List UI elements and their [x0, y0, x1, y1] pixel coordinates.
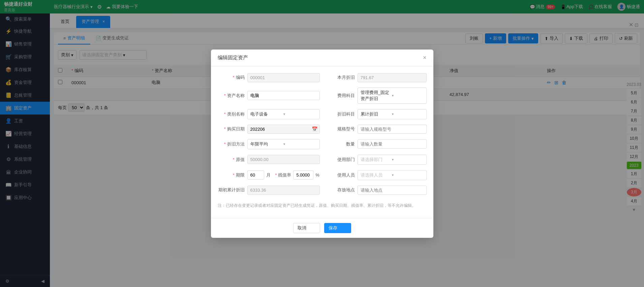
dep-method-select[interactable]: 年限平均 ▾ — [247, 139, 320, 149]
quantity-label: 数量 — [328, 141, 355, 147]
cancel-btn[interactable]: 取消 — [293, 223, 320, 233]
purchase-date-row: 购买日期 📅 — [218, 125, 320, 134]
modal-overlay: 编辑固定资产 × 编码 本月折旧 资产名称 — [0, 0, 644, 287]
initial-accumulated-row: 期初累计折旧 — [218, 186, 320, 195]
monthly-dep-input — [358, 73, 427, 82]
department-label: 使用部门 — [328, 157, 355, 163]
quantity-row: 数量 — [328, 139, 427, 149]
quantity-input[interactable] — [358, 139, 427, 149]
department-select[interactable]: 请选择部门 ▾ — [358, 155, 427, 165]
person-label: 使用人员 — [328, 172, 355, 178]
spec-label: 规格型号 — [328, 126, 355, 132]
expense-subject-label: 费用科目 — [328, 93, 355, 99]
category-select[interactable]: 电子设备 ▾ — [247, 109, 320, 119]
dep-method-chevron: ▾ — [283, 142, 317, 146]
monthly-depreciation-row: 本月折旧 — [328, 73, 427, 82]
department-chevron: ▾ — [392, 158, 424, 161]
initial-accumulated-label: 期初累计折旧 — [218, 187, 245, 193]
purchase-date-input[interactable] — [248, 125, 310, 133]
code-input[interactable] — [247, 73, 320, 82]
category-label: 类别名称 — [218, 111, 245, 117]
dep-subject-label: 折旧科目 — [328, 111, 355, 117]
person-row: 使用人员 请选择人员 ▾ — [328, 170, 427, 180]
save-btn[interactable]: 保存 — [324, 223, 351, 233]
category-name-row: 类别名称 电子设备 ▾ — [218, 109, 320, 119]
expense-subject-chevron: ▾ — [392, 94, 424, 97]
original-value-label: 原值 — [218, 157, 245, 163]
period-unit: 月 — [266, 172, 271, 178]
dep-method-row: 折旧方法 年限平均 ▾ — [218, 139, 320, 149]
edit-asset-modal: 编辑固定资产 × 编码 本月折旧 资产名称 — [211, 50, 433, 238]
location-row: 存放地点 — [328, 186, 427, 195]
modal-close-btn[interactable]: × — [423, 54, 427, 61]
location-label: 存放地点 — [328, 187, 355, 193]
asset-name-row: 资产名称 — [218, 88, 320, 104]
period-input[interactable] — [247, 170, 264, 180]
code-label: 编码 — [218, 74, 245, 81]
period-label: 期限 — [218, 172, 245, 178]
asset-name-label: 资产名称 — [218, 93, 245, 99]
category-chevron: ▾ — [283, 112, 317, 116]
person-chevron: ▾ — [392, 173, 424, 177]
original-value-row: 原值 — [218, 155, 320, 165]
period-residual-row: 期限 月 残值率 % — [218, 170, 320, 180]
original-value-input[interactable] — [247, 155, 320, 164]
department-row: 使用部门 请选择部门 ▾ — [328, 155, 427, 165]
spec-input[interactable] — [358, 125, 427, 134]
initial-accumulated-input — [247, 186, 320, 195]
dep-subject-row: 折旧科目 累计折旧 ▾ — [328, 109, 427, 119]
residual-rate-unit: % — [315, 172, 319, 178]
modal-title: 编辑固定资产 — [218, 55, 248, 61]
spec-row: 规格型号 — [328, 125, 427, 134]
expense-subject-select[interactable]: 管理费用_固定资产折旧 ▾ — [358, 88, 427, 104]
residual-rate-input[interactable] — [293, 170, 313, 180]
expense-subject-row: 费用科目 管理费用_固定资产折旧 ▾ — [328, 88, 427, 104]
person-select[interactable]: 请选择人员 ▾ — [358, 170, 427, 180]
dep-subject-chevron: ▾ — [392, 112, 424, 116]
monthly-dep-label: 本月折旧 — [328, 74, 355, 81]
code-field-row: 编码 — [218, 73, 320, 82]
calendar-icon[interactable]: 📅 — [310, 126, 319, 132]
dep-subject-select[interactable]: 累计折旧 ▾ — [358, 109, 427, 119]
dep-method-label: 折旧方法 — [218, 141, 245, 147]
asset-name-input[interactable] — [247, 91, 320, 100]
form-note: 注：已经存在变更记录或者对应固定资产已经生成凭证，原值、购买日期、残值率、累计折… — [218, 200, 427, 211]
purchase-date-label: 购买日期 — [218, 126, 245, 132]
location-input[interactable] — [358, 186, 427, 195]
residual-rate-label: 残值率 — [275, 172, 292, 178]
